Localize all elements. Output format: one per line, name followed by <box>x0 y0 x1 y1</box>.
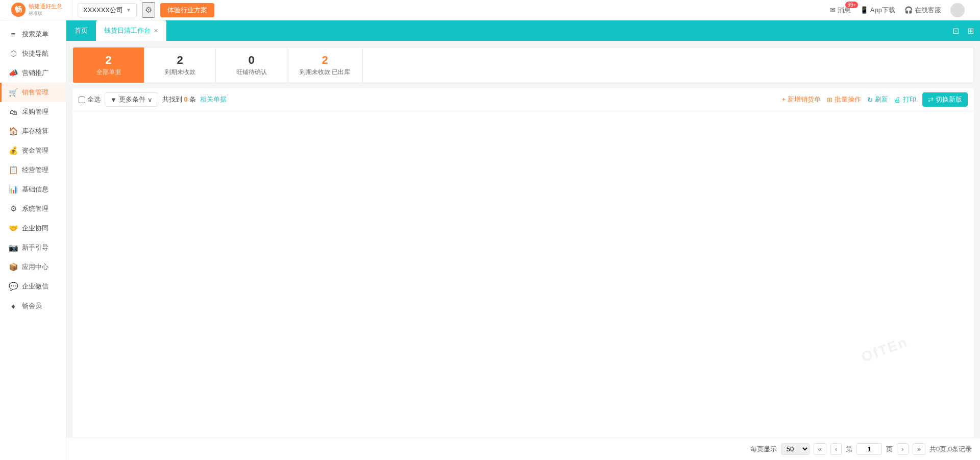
sidebar-item-label: 系统管理 <box>22 204 48 213</box>
print-button[interactable]: 🖨 打印 <box>894 95 916 104</box>
first-page-button[interactable]: « <box>814 443 826 455</box>
page-size-select[interactable]: 50 10 20 100 <box>781 443 810 455</box>
tab-bar-actions: ⊡ ⊞ <box>950 25 980 37</box>
sidebar: ≡ 搜索菜单 ⬡ 快捷导航 📣 营销推广 🛒 销售管理 🛍 采购管理 🏠 库存核… <box>0 20 66 460</box>
stat-overdue-num: 2 <box>157 54 203 67</box>
stat-all-label: 全部单据 <box>85 68 132 77</box>
avatar[interactable] <box>950 3 965 17</box>
table-area <box>72 111 974 460</box>
total-info: 共0页,0条记录 <box>929 445 972 454</box>
enterprise-icon: 🤝 <box>9 224 18 233</box>
found-text: 共找到 0 条 <box>162 95 196 104</box>
stat-pending-num: 0 <box>228 54 275 67</box>
chevron-down-icon: ▼ <box>126 7 131 13</box>
tab-close-icon[interactable]: ✕ <box>154 28 158 34</box>
tab-work-bench[interactable]: 钱货日清工作台 ✕ <box>96 20 166 41</box>
content-panel: 全选 ▼ 更多条件 ∨ 共找到 0 条 相关单据 + 新增销货单 ⊞ 批量操作 <box>72 88 974 460</box>
stat-tab-all[interactable]: 2 全部单据 <box>73 47 144 83</box>
tab-maximize-button[interactable]: ⊞ <box>965 25 976 37</box>
operation-icon: 📋 <box>9 165 18 175</box>
message-badge: 99+ <box>845 2 857 8</box>
settings-button[interactable]: ⚙ <box>142 2 155 18</box>
next-page-button[interactable]: › <box>897 443 908 455</box>
page-input[interactable] <box>856 443 882 455</box>
logo-icon: 畅 <box>11 3 26 17</box>
sidebar-item-operation[interactable]: 📋 经营管理 <box>0 160 66 180</box>
phone-icon: 📱 <box>860 6 868 14</box>
company-selector[interactable]: XXXXXX公司 ▼ <box>78 3 137 17</box>
company-name: XXXXXX公司 <box>83 6 123 15</box>
switch-version-button[interactable]: ⇄ 切换新版 <box>922 92 968 107</box>
sidebar-item-label: 畅会员 <box>22 301 42 310</box>
inventory-icon: 🏠 <box>9 127 18 136</box>
filter-label: 更多条件 <box>119 95 145 104</box>
sidebar-item-inventory[interactable]: 🏠 库存核算 <box>0 122 66 141</box>
sidebar-item-member[interactable]: ♦ 畅会员 <box>0 296 66 316</box>
sidebar-item-sales[interactable]: 🛒 销售管理 <box>0 83 66 102</box>
app-name: 畅捷通好生意 <box>29 3 62 10</box>
sidebar-item-label: 基础信息 <box>22 185 48 194</box>
tab-work-bench-label: 钱货日清工作台 <box>104 26 151 35</box>
online-service-label: 在线客服 <box>915 6 941 15</box>
tab-home[interactable]: 首页 <box>66 20 96 41</box>
member-icon: ♦ <box>9 302 18 310</box>
tab-home-label: 首页 <box>75 26 88 35</box>
sidebar-item-finance[interactable]: 💰 资金管理 <box>0 141 66 160</box>
toolbar: 全选 ▼ 更多条件 ∨ 共找到 0 条 相关单据 + 新增销货单 ⊞ 批量操作 <box>72 88 974 111</box>
sidebar-item-label: 应用中心 <box>22 262 48 272</box>
select-all-checkbox[interactable] <box>79 96 85 103</box>
filter-icon: ▼ <box>110 96 117 104</box>
logo-text-block: 畅捷通好生意 标准版 <box>29 3 62 16</box>
switch-label: 切换新版 <box>936 95 962 104</box>
online-service-button[interactable]: 🎧 在线客服 <box>904 6 941 15</box>
tab-minimize-button[interactable]: ⊡ <box>950 25 961 37</box>
stats-tabs: 2 全部单据 2 到期未收款 0 旺铺待确认 2 到期未收款 已出库 <box>72 47 974 83</box>
sidebar-item-label: 资金管理 <box>22 146 48 155</box>
refresh-label: 刷新 <box>875 95 888 104</box>
sidebar-item-nav[interactable]: ⬡ 快捷导航 <box>0 44 66 63</box>
filter-button[interactable]: ▼ 更多条件 ∨ <box>105 92 158 107</box>
page-label: 第 <box>846 445 852 454</box>
sidebar-item-enterprise[interactable]: 🤝 企业协同 <box>0 219 66 238</box>
finance-icon: 💰 <box>9 146 18 155</box>
trial-button[interactable]: 体验行业方案 <box>160 3 214 17</box>
sidebar-item-marketing[interactable]: 📣 营销推广 <box>0 63 66 83</box>
sales-icon: 🛒 <box>9 88 18 97</box>
sidebar-item-wechat[interactable]: 💬 企业微信 <box>0 277 66 296</box>
main-content: 2 全部单据 2 到期未收款 0 旺铺待确认 2 到期未收款 已出库 全选 ▼ … <box>66 41 980 460</box>
message-button[interactable]: ✉ 消息 99+ <box>830 6 851 15</box>
stat-tab-overdue[interactable]: 2 到期未收款 <box>144 47 216 83</box>
sidebar-nav: ≡ 搜索菜单 ⬡ 快捷导航 📣 营销推广 🛒 销售管理 🛍 采购管理 🏠 库存核… <box>0 20 66 460</box>
quick-nav-icon: ⬡ <box>9 49 18 58</box>
print-label: 打印 <box>903 95 916 104</box>
sidebar-item-guide[interactable]: 📷 新手引导 <box>0 238 66 257</box>
add-sales-order-button[interactable]: + 新增销货单 <box>782 95 821 104</box>
sidebar-item-label: 销售管理 <box>22 88 48 97</box>
guide-icon: 📷 <box>9 243 18 252</box>
select-all-text: 全选 <box>87 95 101 104</box>
search-menu-icon: ≡ <box>9 30 18 39</box>
logo-area: 畅 畅捷通好生意 标准版 <box>6 0 72 20</box>
stat-tab-pending[interactable]: 0 旺铺待确认 <box>216 47 287 83</box>
select-all-label[interactable]: 全选 <box>79 95 101 104</box>
sidebar-item-label: 新手引导 <box>22 243 48 252</box>
sidebar-item-system[interactable]: ⚙ 系统管理 <box>0 199 66 219</box>
sidebar-item-label: 库存核算 <box>22 127 48 136</box>
page-size-label: 每页显示 <box>750 445 777 454</box>
prev-page-button[interactable]: ‹ <box>830 443 842 455</box>
batch-label: 批量操作 <box>835 95 861 104</box>
stat-tab-unshipped[interactable]: 2 到期未收款 已出库 <box>287 47 363 83</box>
sidebar-item-search[interactable]: ≡ 搜索菜单 <box>0 25 66 44</box>
last-page-button[interactable]: » <box>913 443 925 455</box>
sidebar-item-app-center[interactable]: 📦 应用中心 <box>0 257 66 277</box>
sidebar-item-purchase[interactable]: 🛍 采购管理 <box>0 102 66 122</box>
app-download-button[interactable]: 📱 App下载 <box>860 6 895 15</box>
basic-icon: 📊 <box>9 185 18 194</box>
top-bar: 畅 畅捷通好生意 标准版 XXXXXX公司 ▼ ⚙ 体验行业方案 ✉ 消息 99… <box>0 0 980 20</box>
batch-operation-button[interactable]: ⊞ 批量操作 <box>827 95 861 104</box>
sidebar-item-label: 企业微信 <box>22 282 48 291</box>
sidebar-item-basic[interactable]: 📊 基础信息 <box>0 180 66 199</box>
headset-icon: 🎧 <box>904 6 913 14</box>
refresh-button[interactable]: ↻ 刷新 <box>867 95 888 104</box>
related-records-link[interactable]: 相关单据 <box>200 95 227 104</box>
